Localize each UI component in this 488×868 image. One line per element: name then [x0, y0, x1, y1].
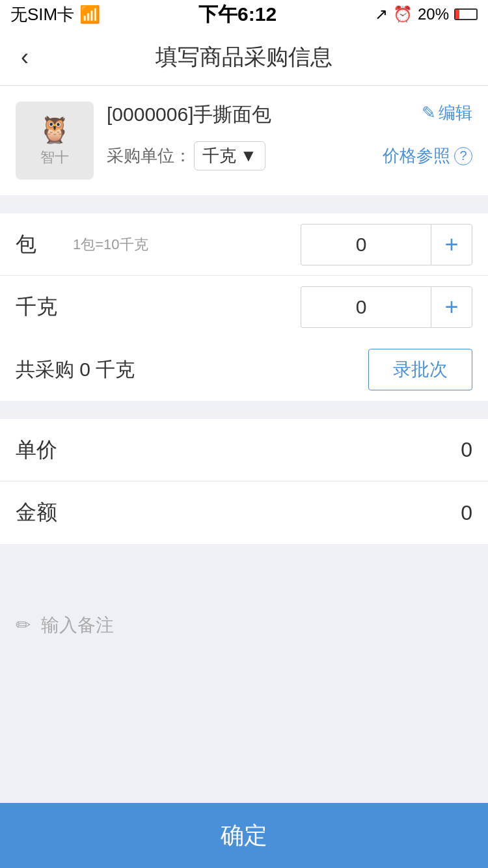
- product-card: 🦉 智十 [0000006]手撕面包 ✎ 编辑 采购单位： 千克 ▼ 价格参照 …: [0, 86, 488, 195]
- alarm-icon: ⏰: [393, 5, 413, 23]
- location-icon: ↗: [375, 5, 388, 23]
- amount-row: 金额 0: [0, 481, 488, 544]
- kg-label: 千克: [16, 293, 68, 321]
- owl-icon: 🦉: [38, 115, 71, 145]
- batch-button[interactable]: 录批次: [368, 349, 472, 390]
- status-bar: 无SIM卡 📶 下午6:12 ↗ ⏰ 20%: [0, 0, 488, 29]
- content-spacer: [0, 705, 488, 803]
- bag-plus-button[interactable]: +: [431, 224, 472, 265]
- section-divider-2: [0, 401, 488, 411]
- edit-icon: ✎: [422, 103, 436, 123]
- bag-plus-icon: +: [444, 231, 458, 258]
- input-section: 包 1包=10千克 + 千克 +: [0, 213, 488, 338]
- bag-qty-wrap: +: [301, 224, 472, 265]
- status-left: 无SIM卡 📶: [10, 3, 100, 26]
- price-row: 单价 0: [0, 419, 488, 481]
- total-val: 0: [79, 359, 96, 380]
- bag-input-row: 包 1包=10千克 +: [0, 213, 488, 276]
- bag-sublabel: 1包=10千克: [73, 235, 148, 254]
- confirm-label: 确定: [221, 820, 267, 852]
- confirm-button[interactable]: 确定: [0, 803, 488, 868]
- total-row: 共采购 0 千克 录批次: [0, 338, 488, 401]
- price-ref-label: 价格参照: [383, 144, 450, 167]
- price-label: 单价: [16, 436, 57, 465]
- kg-input-row: 千克 +: [0, 276, 488, 338]
- total-unit: 千克: [96, 359, 135, 380]
- status-time: 下午6:12: [198, 1, 277, 28]
- back-button[interactable]: ‹: [16, 38, 34, 76]
- kg-plus-icon: +: [444, 293, 458, 321]
- product-image: 🦉 智十: [16, 102, 94, 180]
- amount-label: 金额: [16, 498, 57, 527]
- product-info: [0000006]手撕面包 ✎ 编辑 采购单位： 千克 ▼ 价格参照 ?: [107, 102, 472, 170]
- product-name: [0000006]手撕面包: [107, 102, 422, 128]
- purchase-unit-row: 采购单位： 千克 ▼ 价格参照 ?: [107, 141, 472, 170]
- price-ref-button[interactable]: 价格参照 ?: [383, 144, 472, 167]
- brand-text: 智十: [40, 148, 69, 167]
- bag-qty-input[interactable]: [301, 224, 431, 265]
- note-placeholder: 输入备注: [41, 613, 114, 638]
- note-section[interactable]: ✏ 输入备注: [0, 545, 488, 705]
- nav-bar: ‹ 填写商品采购信息: [0, 29, 488, 86]
- battery-icon: [454, 8, 478, 20]
- edit-button[interactable]: ✎ 编辑: [422, 102, 472, 124]
- price-info-section: 单价 0 金额 0: [0, 419, 488, 544]
- battery-percent: 20%: [418, 5, 449, 23]
- section-divider-1: [0, 203, 488, 213]
- amount-value: 0: [461, 501, 472, 525]
- pencil-icon: ✏: [16, 614, 31, 636]
- dropdown-arrow-icon: ▼: [240, 146, 257, 166]
- unit-value: 千克: [202, 144, 236, 167]
- carrier-text: 无SIM卡: [10, 3, 74, 26]
- total-text: 共采购 0 千克: [16, 357, 135, 383]
- product-header: [0000006]手撕面包 ✎ 编辑: [107, 102, 472, 128]
- price-value: 0: [461, 438, 472, 462]
- page-title: 填写商品采购信息: [156, 42, 332, 72]
- bag-label: 包: [16, 230, 68, 259]
- status-right: ↗ ⏰ 20%: [375, 5, 478, 23]
- kg-qty-input[interactable]: [301, 286, 431, 328]
- unit-select[interactable]: 千克 ▼: [194, 141, 265, 170]
- kg-plus-button[interactable]: +: [431, 286, 472, 328]
- price-ref-help-icon[interactable]: ?: [454, 147, 472, 165]
- kg-qty-wrap: +: [301, 286, 472, 328]
- purchase-unit-label: 采购单位：: [107, 144, 191, 167]
- total-label: 共采购: [16, 359, 79, 380]
- wifi-icon: 📶: [79, 5, 100, 25]
